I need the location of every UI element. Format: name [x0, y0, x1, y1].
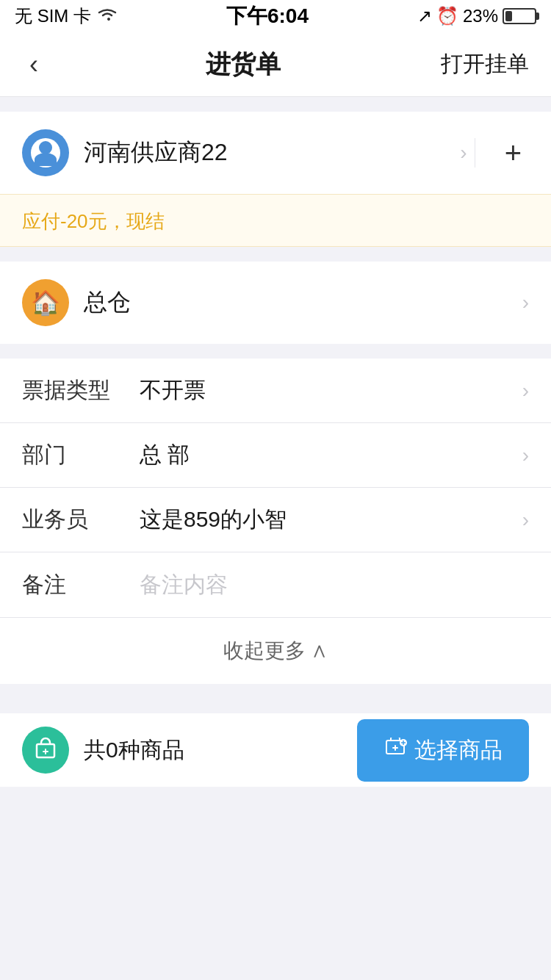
salesperson-label: 业务员	[22, 505, 125, 535]
nav-bar: ‹ 进货单 打开挂单	[0, 32, 551, 97]
department-chevron-icon: ›	[522, 444, 529, 467]
chevron-right-icon: ›	[460, 141, 467, 165]
add-supplier-button[interactable]: +	[497, 137, 529, 170]
warehouse-chevron-icon: ›	[522, 291, 529, 314]
select-product-button[interactable]: 选择商品	[357, 719, 529, 782]
battery-icon	[503, 8, 536, 24]
salesperson-row[interactable]: 业务员 这是859的小智 ›	[0, 488, 551, 552]
notice-text: 应付-20元，现结	[22, 210, 165, 232]
collapse-button[interactable]: 收起更多 ∧	[223, 637, 328, 665]
salesperson-chevron-icon: ›	[522, 508, 529, 532]
top-divider	[0, 97, 551, 112]
page-title: 进货单	[206, 48, 281, 82]
supplier-name: 河南供应商22	[84, 137, 453, 169]
status-time: 下午6:04	[226, 2, 309, 30]
select-product-label: 选择商品	[414, 735, 503, 765]
supplier-section: 河南供应商22 › + 应付-20元，现结	[0, 112, 551, 247]
product-section: 共0种商品 选择商品	[0, 713, 551, 787]
salesperson-value: 这是859的小智	[125, 505, 515, 535]
product-icon	[22, 727, 69, 774]
product-divider	[0, 684, 551, 699]
status-bar: 无 SIM 卡 下午6:04 ↗ ⏰ 23%	[0, 0, 551, 32]
status-right: ↗ ⏰ 23%	[417, 6, 536, 26]
department-value: 总 部	[125, 440, 515, 470]
supplier-row[interactable]: 河南供应商22 › +	[0, 112, 551, 194]
location-icon: ↗	[417, 6, 432, 26]
remark-row[interactable]: 备注 备注内容	[0, 552, 551, 617]
mid-divider	[0, 247, 551, 262]
ticket-type-label: 票据类型	[22, 375, 125, 406]
form-top-divider	[0, 344, 551, 359]
carrier-text: 无 SIM 卡	[15, 4, 91, 28]
remark-label: 备注	[22, 570, 125, 600]
back-button[interactable]: ‹	[22, 42, 46, 87]
battery-percent: 23%	[463, 6, 498, 26]
warehouse-section: 🏠 总仓 ›	[0, 262, 551, 344]
vertical-divider	[475, 138, 475, 167]
wifi-icon	[97, 6, 118, 26]
warehouse-row[interactable]: 🏠 总仓 ›	[0, 262, 551, 344]
ticket-type-value: 不开票	[125, 375, 515, 406]
form-section: 票据类型 不开票 › 部门 总 部 › 业务员 这是859的小智 › 备注 备注…	[0, 359, 551, 617]
department-row[interactable]: 部门 总 部 ›	[0, 423, 551, 488]
department-label: 部门	[22, 440, 125, 470]
alarm-icon: ⏰	[436, 6, 458, 26]
cart-icon	[383, 738, 407, 763]
warehouse-name: 总仓	[84, 287, 515, 319]
open-pending-button[interactable]: 打开挂单	[441, 49, 529, 79]
supplier-avatar	[22, 129, 69, 176]
notice-banner: 应付-20元，现结	[0, 194, 551, 247]
product-count: 共0种商品	[84, 735, 357, 765]
warehouse-icon: 🏠	[22, 279, 69, 326]
collapse-section[interactable]: 收起更多 ∧	[0, 617, 551, 684]
status-left: 无 SIM 卡	[15, 4, 118, 28]
ticket-type-chevron-icon: ›	[522, 379, 529, 403]
ticket-type-row[interactable]: 票据类型 不开票 ›	[0, 359, 551, 423]
remark-input[interactable]: 备注内容	[125, 570, 529, 600]
